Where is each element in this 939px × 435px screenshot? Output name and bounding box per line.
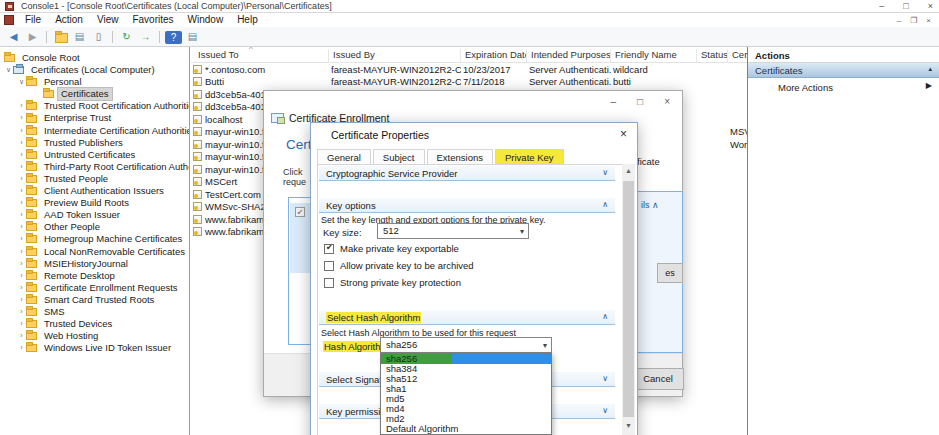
tree-item[interactable]: › Preview Build Roots (0, 197, 189, 209)
tree-item[interactable]: › Trusted Devices (0, 318, 189, 330)
tree-expander-icon[interactable]: › (17, 282, 26, 294)
tree-item[interactable]: › Intermediate Certification Authorities (0, 125, 189, 137)
column-header[interactable]: Issued To (196, 49, 329, 63)
key-options-section-header[interactable]: Key options ∧ (319, 198, 615, 213)
column-header[interactable]: Expiration Date (463, 49, 527, 63)
tree-item[interactable]: › Third-Party Root Certification Authori… (0, 161, 189, 173)
show-console-tree-icon[interactable]: ▤ (71, 29, 88, 44)
maximize-button[interactable]: □ (637, 96, 643, 107)
collapse-icon[interactable]: ▴ (928, 65, 932, 73)
new-window-icon[interactable]: ▤ (184, 29, 201, 44)
dropdown-option[interactable]: Default Algorithm (381, 424, 551, 434)
menu-item[interactable]: Action (48, 13, 90, 27)
tree-expander-icon[interactable]: › (17, 246, 26, 258)
tree-expander-icon[interactable]: › (17, 185, 26, 197)
tree-item[interactable]: › Trusted Root Certification Authorities (0, 100, 189, 112)
chevron-up-icon[interactable]: ∧ (602, 312, 608, 321)
tree-item[interactable]: › Smart Card Trusted Roots (0, 294, 189, 306)
tree-expander-icon[interactable]: ∨ (4, 64, 13, 76)
back-icon[interactable]: ◀ (5, 29, 22, 44)
tree-item[interactable]: › Trusted People (0, 173, 189, 185)
details-expander[interactable]: ils ∧ (641, 200, 659, 210)
child-close-button[interactable]: × (926, 14, 931, 28)
maximize-button[interactable]: □ (903, 0, 908, 12)
chevron-down-icon[interactable]: ∨ (602, 168, 608, 177)
dropdown-option[interactable]: md4 (381, 404, 551, 414)
tree-expander-icon[interactable]: › (17, 221, 26, 233)
scroll-down-icon[interactable]: ▼ (622, 422, 635, 429)
properties-sheet-icon[interactable]: ▯ (90, 29, 107, 44)
tree-expander-icon[interactable]: › (17, 294, 26, 306)
close-button[interactable]: × (664, 96, 670, 107)
tree-item[interactable]: › Trusted Publishers (0, 137, 189, 149)
tree-item[interactable]: › Windows Live ID Token Issuer (0, 342, 189, 354)
tree-expander-icon[interactable]: › (17, 330, 26, 342)
column-header[interactable]: Issued By (331, 49, 461, 63)
certificate-row[interactable]: Butti fareast-MAYUR-WIN2012R2-CA 7/11/20… (191, 76, 747, 89)
tree-item[interactable]: › Local NonRemovable Certificates (0, 246, 189, 258)
menu-item[interactable]: Window (181, 13, 231, 27)
policy-checkbox[interactable]: ✔ (295, 207, 305, 217)
minimize-button[interactable]: – (879, 0, 884, 12)
tree-item[interactable]: ∨ Personal (0, 76, 189, 88)
tree-expander-icon[interactable]: › (17, 233, 26, 245)
more-actions-item[interactable]: More Actions ▶ (748, 78, 939, 94)
tree-expander-icon[interactable]: › (17, 100, 26, 112)
tree-item[interactable]: ∨ Certificates (Local Computer) (0, 64, 189, 76)
tree-expander-icon[interactable]: › (17, 258, 26, 270)
tree-item[interactable]: › Remote Desktop (0, 270, 189, 282)
tree-expander-icon[interactable]: › (17, 137, 26, 149)
tree-expander-icon[interactable]: › (17, 209, 26, 221)
tree-item[interactable]: › Homegroup Machine Certificates (0, 233, 189, 245)
column-header[interactable]: Certi (730, 49, 747, 63)
dialog-scrollbar[interactable]: ▲ ▼ (622, 164, 635, 435)
hash-section-header[interactable]: Select Hash Algorithm ∧ (319, 310, 615, 325)
tree-item[interactable]: › SMS (0, 306, 189, 318)
chevron-down-icon[interactable]: ∨ (602, 406, 608, 415)
tree-item[interactable]: › MSIEHistoryJournal (0, 258, 189, 270)
refresh-icon[interactable]: ↻ (118, 29, 135, 44)
tree-expander-icon[interactable]: › (17, 149, 26, 161)
checkbox[interactable] (324, 278, 334, 288)
child-restore-button[interactable]: ❐ (910, 14, 917, 28)
tree-item[interactable]: › Other People (0, 221, 189, 233)
window-titlebar[interactable]: Console1 - [Console Root\Certificates (L… (0, 0, 939, 13)
close-button[interactable]: × (928, 0, 933, 12)
folder-up-icon[interactable] (52, 29, 69, 44)
forward-icon[interactable]: ▶ (24, 29, 41, 44)
checkbox-row[interactable]: Allow private key to be archived (324, 260, 474, 271)
tree-expander-icon[interactable]: › (17, 270, 26, 282)
menu-item[interactable]: Favorites (125, 13, 180, 27)
key-size-combobox[interactable]: 512 ▾ (377, 223, 529, 239)
menu-item[interactable]: File (18, 13, 48, 27)
tree-item[interactable]: Console Root (0, 52, 189, 64)
tree-expander-icon[interactable]: › (17, 125, 26, 137)
menu-item[interactable]: Help (230, 13, 265, 27)
tree-item[interactable]: › Client Authentication Issuers (0, 185, 189, 197)
tree-item[interactable]: › Certificate Enrollment Requests (0, 282, 189, 294)
tree-item[interactable]: › Enterprise Trust (0, 112, 189, 124)
toolbar-separator[interactable] (46, 31, 47, 43)
column-header[interactable]: Status (699, 49, 728, 63)
close-icon[interactable]: × (620, 127, 627, 141)
tree-expander-icon[interactable]: ∨ (17, 76, 26, 88)
minimize-button[interactable]: – (611, 96, 617, 107)
tree-item[interactable]: › Untrusted Certificates (0, 149, 189, 161)
tree-expander-icon[interactable]: › (17, 306, 26, 318)
child-minimize-button[interactable]: – (897, 14, 901, 28)
chevron-down-icon[interactable]: ∨ (602, 374, 608, 383)
checkbox[interactable] (324, 261, 334, 271)
cancel-button[interactable]: Cancel (632, 368, 684, 390)
dropdown-option[interactable]: sha1 (381, 384, 551, 394)
column-header[interactable]: Friendly Name (613, 49, 697, 63)
tree-expander-icon[interactable]: › (17, 161, 26, 173)
tree-expander-icon[interactable]: › (17, 112, 26, 124)
checkbox-row[interactable]: Strong private key protection (324, 277, 461, 288)
column-header[interactable]: Intended Purposes (529, 49, 611, 63)
menu-item[interactable]: View (90, 13, 126, 27)
help-icon[interactable]: ? (165, 31, 182, 44)
tree-item[interactable]: › Web Hosting (0, 330, 189, 342)
toolbar-separator[interactable] (159, 31, 160, 43)
tree-expander-icon[interactable]: › (17, 342, 26, 354)
chevron-up-icon[interactable]: ∧ (602, 200, 608, 209)
